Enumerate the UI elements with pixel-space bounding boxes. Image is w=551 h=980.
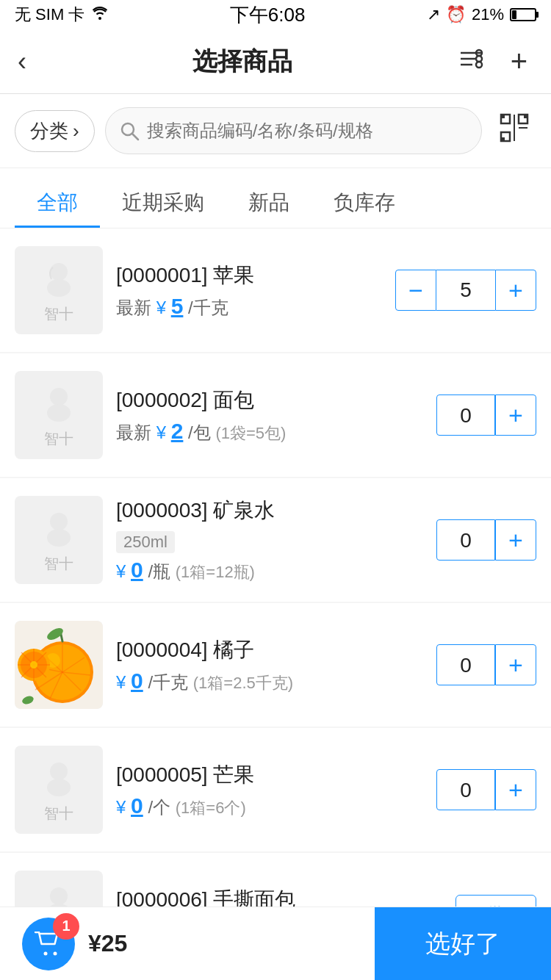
product-name: [0000005] 芒果 [116,761,423,789]
product-price: ¥ 0 /个 (1箱=6个) [116,793,423,819]
confirm-button[interactable]: 选好了 [375,907,551,981]
placeholder-image: 智十 [15,746,103,834]
price-currency: ¥ [156,298,166,317]
price-currency: ¥ [156,422,166,442]
price-currency: ¥ [116,561,126,581]
scan-icon[interactable] [492,106,536,156]
brand-text: 智十 [44,804,73,824]
product-info: [0000001] 苹果 最新 ¥ 5 /千克 [116,262,382,320]
back-button[interactable]: ‹ [10,39,34,84]
quantity-display: 0 [436,769,495,810]
price-value: 0 [131,669,143,693]
price-unit: /瓶 [148,561,170,581]
product-price: 最新 ¥ 2 /包 (1袋=5包) [116,419,423,444]
quantity-control: 0 + [436,644,536,685]
page-title: 选择商品 [192,45,292,79]
category-label: 分类 [30,118,68,144]
svg-line-7 [132,134,138,140]
product-name: [0000003] 矿泉水 [116,497,423,525]
quantity-increase-button[interactable]: + [495,394,536,436]
quantity-control: 0 + [436,519,536,561]
svg-point-37 [47,779,71,796]
quantity-increase-button[interactable]: + [495,519,536,561]
price-unit-info: (1袋=5包) [215,424,286,442]
category-button[interactable]: 分类 › [15,110,95,152]
brand-text: 智十 [44,554,73,574]
wifi-icon [92,5,108,24]
filter-icon[interactable] [452,40,490,84]
svg-point-38 [50,887,68,905]
price-unit: /个 [148,797,170,817]
svg-point-17 [47,279,71,297]
price-value: 2 [171,419,184,443]
product-name: [0000002] 面包 [116,386,423,414]
tab-recent[interactable]: 近期采购 [100,180,226,228]
quantity-decrease-button[interactable]: − [395,270,436,311]
svg-point-20 [50,513,68,530]
search-icon [119,120,140,141]
search-box [105,107,482,154]
alarm-icon: ⏰ [446,5,466,24]
price-unit-info: (1箱=6个) [176,799,246,817]
svg-rect-13 [501,137,505,141]
svg-point-5 [476,62,482,68]
quantity-increase-button[interactable]: + [495,769,536,810]
product-thumbnail: 智十 [15,371,103,459]
product-price: ¥ 0 /瓶 (1箱=12瓶) [116,558,423,583]
product-thumbnail [15,621,103,709]
placeholder-image: 智十 [15,246,103,334]
placeholder-image: 智十 [15,496,103,584]
svg-rect-11 [524,115,527,118]
price-currency: ¥ [116,672,126,692]
product-name: [0000001] 苹果 [116,262,382,289]
product-name: [0000004] 橘子 [116,636,423,664]
filter-row: 分类 › [0,94,551,168]
svg-point-21 [47,529,71,547]
price-label: 最新 [116,422,156,442]
list-item: 智十 [0000001] 苹果 最新 ¥ 5 /千克 − + [0,228,551,352]
tab-negative[interactable]: 负库存 [311,180,417,228]
quantity-display: 0 [436,394,495,436]
svg-point-36 [50,763,68,780]
tab-all[interactable]: 全部 [15,180,100,228]
carrier-label: 无 SIM 卡 [15,4,84,26]
tabs-row: 全部 近期采购 新品 负库存 [0,168,551,228]
price-label: 最新 [116,298,156,317]
quantity-input[interactable] [436,270,495,311]
price-unit: /包 [188,422,211,442]
list-item: 智十 [0000002] 面包 最新 ¥ 2 /包 (1袋=5包) 0 + [0,353,551,477]
add-icon[interactable]: + [505,39,533,84]
svg-point-34 [30,661,37,669]
product-info: [0000002] 面包 最新 ¥ 2 /包 (1袋=5包) [116,386,423,444]
nav-bar: ‹ 选择商品 + [0,29,551,94]
list-item: 智十 [0000003] 矿泉水 250ml ¥ 0 /瓶 (1箱=12瓶) 0… [0,478,551,602]
quantity-control: − + [395,270,536,311]
quantity-display: 0 [436,644,495,685]
quantity-increase-button[interactable]: + [495,644,536,685]
product-info: [0000005] 芒果 ¥ 0 /个 (1箱=6个) [116,761,423,819]
brand-text: 智十 [44,429,73,449]
cart-icon[interactable]: 1 [22,918,75,970]
price-value: 0 [131,793,143,818]
product-thumbnail: 智十 [15,246,103,334]
svg-point-43 [54,951,57,955]
cart-total: ¥25 [88,930,127,957]
svg-point-19 [47,404,71,422]
price-unit-info: (1箱=2.5千克) [193,674,293,692]
price-currency: ¥ [116,797,126,817]
tab-new[interactable]: 新品 [226,180,311,228]
product-info: [0000004] 橘子 ¥ 0 /千克 (1箱=2.5千克) [116,636,423,694]
cart-section: 1 ¥25 [0,918,375,970]
status-bar-right: ↗ ⏰ 21% [427,5,536,24]
product-thumbnail: 智十 [15,746,103,834]
quantity-increase-button[interactable]: + [495,270,536,311]
battery-label: 21% [472,5,504,24]
search-input[interactable] [147,120,468,141]
list-item: 智十 [0000005] 芒果 ¥ 0 /个 (1箱=6个) 0 + [0,728,551,851]
location-icon: ↗ [427,5,440,24]
product-spec: 250ml [116,531,175,553]
quantity-control: 0 + [436,394,536,436]
price-unit: /千克 [188,298,228,317]
product-info: [0000003] 矿泉水 250ml ¥ 0 /瓶 (1箱=12瓶) [116,497,423,583]
nav-actions: + [452,39,533,84]
